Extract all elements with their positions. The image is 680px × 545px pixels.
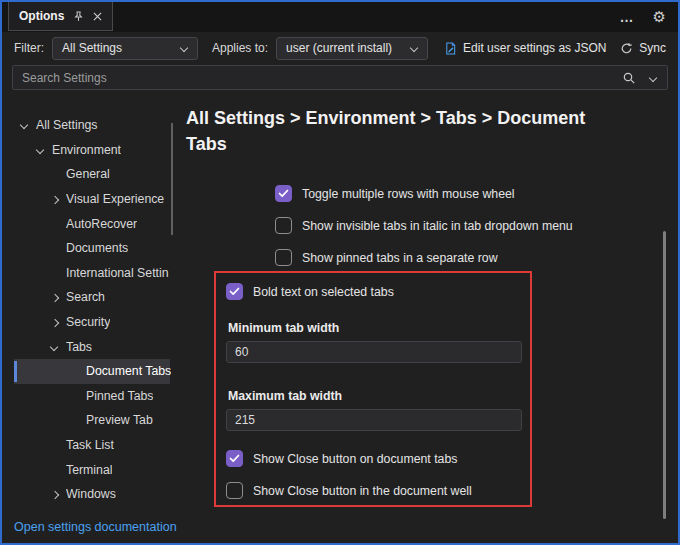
edit-json-icon	[444, 42, 457, 55]
chevron-down-icon[interactable]	[50, 343, 60, 351]
gear-icon[interactable]: ⚙	[653, 8, 666, 26]
options-tab[interactable]: Options	[8, 2, 113, 31]
checkbox-icon[interactable]	[275, 249, 292, 266]
sync-button[interactable]: Sync	[620, 41, 666, 55]
sidebar-item-security[interactable]: Security	[2, 310, 182, 335]
filter-label: Filter:	[14, 41, 44, 55]
checkbox-icon[interactable]	[226, 450, 243, 467]
chevron-down-icon[interactable]	[36, 146, 46, 154]
checkbox-label: Bold text on selected tabs	[253, 285, 394, 299]
checkbox-label: Toggle multiple rows with mouse wheel	[302, 187, 515, 201]
checkbox-bold-text-selected-tabs[interactable]: Bold text on selected tabs	[226, 283, 394, 300]
breadcrumb: All Settings > Environment > Tabs > Docu…	[186, 105, 626, 157]
sidebar-item-search[interactable]: Search	[2, 285, 182, 310]
sidebar-item-all-settings[interactable]: All Settings	[2, 113, 182, 138]
checkbox-label: Show invisible tabs in italic in tab dro…	[302, 219, 573, 233]
options-window: Options … ⚙ Filter: All Settings Applies…	[0, 0, 680, 545]
chevron-right-icon[interactable]	[50, 195, 60, 203]
sidebar-item-international-settings[interactable]: International Settin	[2, 261, 182, 286]
chevron-down-icon	[410, 44, 418, 52]
sidebar-item-preview-tab[interactable]: Preview Tab	[2, 408, 182, 433]
checkbox-icon[interactable]	[226, 283, 243, 300]
checkbox-label: Show Close button in the document well	[253, 484, 472, 498]
chevron-right-icon[interactable]	[50, 318, 60, 326]
checkbox-icon[interactable]	[275, 217, 292, 234]
sidebar-item-visual-experience[interactable]: Visual Experience	[2, 187, 182, 212]
checkbox-show-pinned-separate-row[interactable]: Show pinned tabs in a separate row	[275, 249, 498, 266]
search-settings-bar	[12, 65, 668, 90]
edit-json-label: Edit user settings as JSON	[463, 41, 606, 55]
filter-select-value: All Settings	[62, 41, 122, 55]
window-title: Options	[19, 9, 64, 23]
applies-to-label: Applies to:	[212, 41, 268, 55]
settings-tree: All Settings Environment General Visual …	[2, 97, 182, 543]
sync-icon	[620, 42, 633, 55]
sidebar-item-document-tabs[interactable]: Document Tabs	[2, 359, 182, 384]
checkbox-icon[interactable]	[275, 185, 292, 202]
sidebar-item-general[interactable]: General	[2, 162, 182, 187]
sidebar-item-environment[interactable]: Environment	[2, 138, 182, 163]
applies-to-select-value: user (current install)	[286, 41, 392, 55]
max-tab-width-label: Maximum tab width	[228, 389, 342, 403]
edit-json-button[interactable]: Edit user settings as JSON	[444, 41, 606, 55]
sidebar-item-terminal[interactable]: Terminal	[2, 457, 182, 482]
main-scrollbar[interactable]	[663, 231, 666, 519]
sidebar-item-task-list[interactable]: Task List	[2, 433, 182, 458]
checkbox-toggle-multiple-rows[interactable]: Toggle multiple rows with mouse wheel	[275, 185, 515, 202]
search-actions	[622, 71, 667, 85]
checkbox-show-close-on-document-tabs[interactable]: Show Close button on document tabs	[226, 450, 457, 467]
sidebar-item-tabs[interactable]: Tabs	[2, 334, 182, 359]
checkbox-label: Show pinned tabs in a separate row	[302, 251, 498, 265]
titlebar: Options … ⚙	[2, 2, 678, 32]
sidebar-item-windows[interactable]: Windows	[2, 482, 182, 507]
body: All Settings Environment General Visual …	[2, 97, 678, 543]
sidebar-scrollbar[interactable]	[171, 123, 173, 235]
sidebar-item-autorecover[interactable]: AutoRecover	[2, 211, 182, 236]
min-tab-width-label: Minimum tab width	[228, 321, 339, 335]
more-options-icon[interactable]: …	[620, 9, 635, 25]
chevron-right-icon[interactable]	[50, 293, 60, 301]
pin-icon[interactable]	[73, 11, 84, 22]
settings-pane: All Settings > Environment > Tabs > Docu…	[182, 97, 678, 543]
applies-to-select[interactable]: user (current install)	[276, 37, 428, 60]
sidebar-item-pinned-tabs[interactable]: Pinned Tabs	[2, 384, 182, 409]
chevron-down-icon[interactable]	[649, 74, 657, 82]
chevron-right-icon[interactable]	[50, 490, 60, 498]
sync-label: Sync	[639, 41, 666, 55]
checkbox-label: Show Close button on document tabs	[253, 452, 457, 466]
min-tab-width-input[interactable]	[226, 341, 522, 363]
checkbox-icon[interactable]	[226, 482, 243, 499]
open-settings-documentation-link[interactable]: Open settings documentation	[14, 520, 177, 534]
toolbar: Filter: All Settings Applies to: user (c…	[2, 32, 678, 64]
max-tab-width-input[interactable]	[226, 409, 522, 431]
checkbox-show-close-in-document-well[interactable]: Show Close button in the document well	[226, 482, 472, 499]
close-icon[interactable]	[93, 12, 102, 21]
chevron-down-icon	[180, 44, 188, 52]
filter-select[interactable]: All Settings	[52, 37, 198, 60]
checkbox-show-invisible-tabs-italic[interactable]: Show invisible tabs in italic in tab dro…	[275, 217, 573, 234]
titlebar-actions: … ⚙	[620, 2, 666, 32]
search-icon[interactable]	[622, 71, 636, 85]
highlight-annotation: Bold text on selected tabs Minimum tab w…	[214, 271, 532, 507]
chevron-down-icon[interactable]	[20, 121, 30, 129]
search-input[interactable]	[13, 71, 622, 85]
sidebar-item-documents[interactable]: Documents	[2, 236, 182, 261]
